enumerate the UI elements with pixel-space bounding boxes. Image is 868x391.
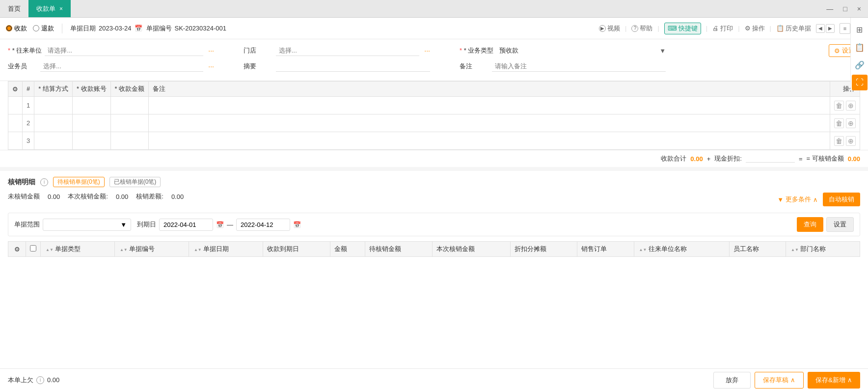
delete-icon[interactable]: 🗑: [834, 136, 844, 146]
current-label: 本次核销金额:: [68, 192, 108, 201]
date-sep: —: [227, 221, 233, 228]
bottom-info-icon[interactable]: i: [36, 376, 44, 384]
sidebar-expand-icon[interactable]: ⛶: [852, 75, 868, 90]
col-amount: 金额: [330, 242, 365, 257]
print-btn[interactable]: 🖨 打印: [712, 24, 733, 33]
date-from-input[interactable]: [159, 219, 213, 231]
tab-home[interactable]: 首页: [0, 0, 28, 17]
tab-close-icon[interactable]: ×: [59, 5, 63, 12]
operation-btn[interactable]: ⚙ 操作: [745, 24, 765, 33]
shortcut-icon: ⌨: [668, 25, 677, 32]
remark-cell[interactable]: [149, 97, 830, 114]
view-list[interactable]: ≡: [840, 23, 850, 34]
sidebar-form-icon[interactable]: 📋: [852, 39, 868, 55]
filter-settings-btn[interactable]: 设置: [826, 217, 854, 232]
main-content: 收款 退款 单据日期 2023-03-24 📅 单据编号 SK-20230324…: [0, 18, 868, 391]
video-btn[interactable]: ▶ 视频: [599, 24, 620, 33]
calendar-icon[interactable]: 📅: [135, 25, 142, 32]
detail-gear-icon[interactable]: ⚙: [14, 246, 20, 253]
summary-field: 摘要: [244, 61, 430, 72]
radio-receipt[interactable]: 收款: [6, 24, 27, 33]
detail-table: ⚙ ▲▼ 单据类型 ▲▼ 单据编号: [8, 241, 860, 257]
tab-home-label: 首页: [8, 4, 21, 13]
auto-nuclear-btn[interactable]: 自动核销: [823, 193, 860, 206]
range-label: 单据范围: [14, 220, 40, 229]
minimize-button[interactable]: —: [823, 4, 836, 14]
cal-from-icon[interactable]: 📅: [216, 221, 224, 228]
nav-next[interactable]: ▶: [826, 24, 835, 33]
total-label: 收款合计: [661, 154, 686, 163]
table-gear-icon[interactable]: ⚙: [12, 85, 18, 93]
table-row: 2 🗑 ⊕: [8, 114, 860, 132]
uncancelled-value: 0.00: [48, 193, 60, 200]
col-account: * 收款账号: [72, 82, 110, 97]
main-table: ⚙ # * 结算方式 * 收款账号 * 收款金额 备注: [8, 81, 860, 150]
settle-method-cell[interactable]: [34, 114, 73, 132]
cal-to-icon[interactable]: 📅: [293, 221, 301, 228]
shop-input[interactable]: [276, 45, 419, 56]
done-tag[interactable]: 已核销单据(0笔): [109, 177, 161, 187]
summary-input[interactable]: [276, 61, 430, 72]
history-icon: 📋: [776, 25, 784, 32]
select-all-checkbox[interactable]: [30, 245, 36, 251]
form-section: * * 往来单位 ··· 门店 ··· * * 业务类型 预收款 ▼: [0, 39, 868, 81]
account-cell[interactable]: [72, 132, 110, 150]
number-value: SK-20230324-001: [175, 25, 227, 32]
row-gear-cell: [8, 97, 23, 114]
staff-input[interactable]: [40, 61, 203, 72]
sidebar-link-icon[interactable]: 🔗: [852, 57, 868, 73]
copy-icon[interactable]: ⊕: [846, 136, 856, 146]
staff-more-icon[interactable]: ···: [208, 62, 214, 70]
col-gear[interactable]: ⚙: [8, 82, 23, 97]
result-label: = 可核销金额: [806, 154, 843, 163]
help-btn[interactable]: ? 帮助: [631, 24, 652, 33]
range-select[interactable]: ▼: [43, 219, 131, 231]
table-header-row: ⚙ # * 结算方式 * 收款账号 * 收款金额 备注: [8, 82, 860, 97]
delete-icon[interactable]: 🗑: [834, 101, 844, 111]
account-cell[interactable]: [72, 114, 110, 132]
history-btn[interactable]: 📋 历史单据: [776, 24, 811, 33]
partner-label: * * 往来单位: [8, 46, 42, 55]
date-to-input[interactable]: [236, 219, 290, 231]
settle-method-cell[interactable]: [34, 132, 73, 150]
radio-refund[interactable]: 退款: [33, 24, 54, 33]
col-gear-detail[interactable]: ⚙: [8, 242, 26, 257]
row-num-cell: 2: [23, 114, 34, 132]
nav-prev[interactable]: ◀: [816, 24, 825, 33]
delete-icon[interactable]: 🗑: [834, 118, 844, 128]
partner-more-icon[interactable]: ···: [208, 47, 214, 55]
shortcut-btn[interactable]: ⌨ 快捷键: [664, 23, 701, 34]
amount-cell[interactable]: [110, 97, 149, 114]
more-conditions-btn[interactable]: ▼ 更多条件 ∧: [777, 195, 818, 204]
save-btn[interactable]: 保存&新增 ∧: [808, 372, 860, 389]
business-type-dropdown-icon[interactable]: ▼: [659, 47, 666, 55]
close-button[interactable]: ×: [854, 4, 864, 14]
amount-cell[interactable]: [110, 132, 149, 150]
shop-label: 门店: [244, 46, 273, 55]
shop-more-icon[interactable]: ···: [424, 47, 430, 55]
partner-input[interactable]: [45, 45, 203, 56]
account-cell[interactable]: [72, 97, 110, 114]
remark-cell[interactable]: [149, 132, 830, 150]
col-current-amount: 本次核销金额: [433, 242, 511, 257]
abandon-btn[interactable]: 放弃: [713, 372, 751, 389]
copy-icon[interactable]: ⊕: [846, 101, 856, 111]
col-row-num: #: [23, 82, 34, 97]
draft-btn[interactable]: 保存草稿 ∧: [755, 372, 804, 389]
date-label: 单据日期: [70, 24, 96, 33]
nuclear-info-icon[interactable]: i: [40, 178, 48, 186]
remark-cell[interactable]: [149, 114, 830, 132]
sidebar-table-icon[interactable]: ⊞: [852, 22, 868, 37]
remark-input[interactable]: [492, 61, 666, 72]
operation-icon: ⚙: [745, 25, 751, 32]
tab-receipt[interactable]: 收款单 ×: [28, 0, 71, 17]
bottom-info-label: 本单上欠: [8, 376, 33, 385]
maximize-button[interactable]: □: [840, 4, 850, 14]
query-btn[interactable]: 查询: [797, 217, 823, 232]
settle-method-cell[interactable]: [34, 97, 73, 114]
pending-tag[interactable]: 待核销单据(0笔): [53, 177, 105, 187]
copy-icon[interactable]: ⊕: [846, 118, 856, 128]
bottom-info-value: 0.00: [47, 376, 59, 384]
discount-input[interactable]: [746, 155, 795, 163]
amount-cell[interactable]: [110, 114, 149, 132]
